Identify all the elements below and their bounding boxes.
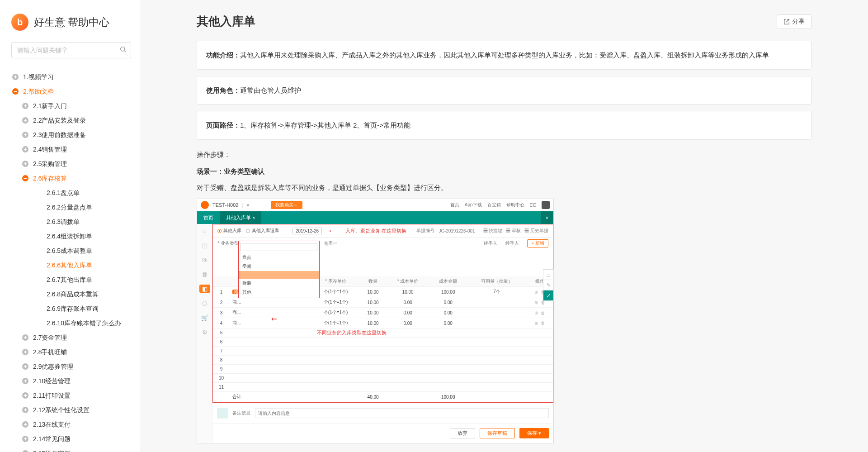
- side-icon[interactable]: 🛍: [201, 256, 209, 264]
- nav-item[interactable]: 2.11打印设置: [11, 388, 131, 403]
- nav-item[interactable]: 2.6.1盘点单: [11, 186, 131, 200]
- svg-point-0: [121, 47, 125, 51]
- dock-icon[interactable]: ✎: [543, 280, 554, 290]
- topbar-link[interactable]: CC: [530, 203, 536, 208]
- toolbar-link[interactable]: ☰ 快捷键: [483, 228, 503, 233]
- nav-item[interactable]: 2.2产品安装及登录: [11, 113, 131, 128]
- draft-button[interactable]: 保存草稿: [480, 428, 515, 438]
- blank-icon: [35, 319, 43, 327]
- nav-item[interactable]: 2.4销售管理: [11, 142, 131, 157]
- plus-icon: [21, 362, 29, 371]
- nav-item[interactable]: 2.6.9库存账本查询: [11, 301, 131, 316]
- nav-item[interactable]: 2.6.10库存账本错了怎么办: [11, 316, 131, 330]
- table-row[interactable]: 10: [213, 374, 553, 383]
- dock-icon[interactable]: ⤢: [543, 290, 554, 301]
- side-icon[interactable]: ⌂: [201, 227, 209, 235]
- buy-button[interactable]: 我要购买～: [271, 201, 302, 209]
- nav-item[interactable]: 2.12系统个性化设置: [11, 403, 131, 417]
- toolbar-link[interactable]: ☰ 审核: [506, 228, 521, 233]
- card-role: 使用角色：通常由仓管人员维护: [197, 76, 811, 105]
- sidebar: b 好生意 帮助中心 1.视频学习2.帮助文档2.1新手入门2.2产品安装及登录…: [0, 0, 140, 452]
- share-button[interactable]: 分享: [777, 14, 811, 29]
- nav-item[interactable]: 2.6.7其他出库单: [11, 272, 131, 287]
- nav-item[interactable]: 2.3使用前数据准备: [11, 128, 131, 142]
- avatar[interactable]: [542, 201, 550, 209]
- nav-item[interactable]: 2.6.6其他入库单: [11, 258, 131, 272]
- toolbar-link[interactable]: ☰ 历史单据: [524, 228, 548, 233]
- date-input[interactable]: 2019-12-26: [292, 228, 322, 234]
- topbar-link[interactable]: App下载: [465, 202, 482, 208]
- plus-icon: [21, 116, 29, 124]
- nav-tree: 1.视频学习2.帮助文档2.1新手入门2.2产品安装及登录2.3使用前数据准备2…: [11, 70, 131, 452]
- dropdown-option[interactable]: 拆装: [239, 279, 319, 288]
- plus-icon: [21, 435, 29, 443]
- nav-item[interactable]: 1.视频学习: [11, 70, 131, 84]
- blank-icon: [35, 203, 43, 211]
- side-icon[interactable]: 🗑: [201, 270, 209, 278]
- nav-item[interactable]: 2.8手机旺铺: [11, 345, 131, 359]
- table-row[interactable]: 2商…个(1个=1个)10.000.000.00⊕🗑: [213, 297, 553, 308]
- biz-type-dropdown[interactable]: 盘点受赠 拆装其他: [238, 241, 320, 298]
- nav-item[interactable]: 2.6.3调拨单: [11, 214, 131, 229]
- plus-icon: [21, 160, 29, 168]
- table-row[interactable]: 3商…个(1个=1个)10.000.000.00⊕🗑: [213, 308, 553, 318]
- dock-icon[interactable]: ☰: [543, 269, 554, 280]
- nav-item[interactable]: 2.9优惠券管理: [11, 359, 131, 374]
- table-row[interactable]: 6: [213, 338, 553, 347]
- dropdown-option[interactable]: 盘点: [239, 253, 319, 262]
- memo-input[interactable]: [255, 408, 549, 418]
- nav-item[interactable]: 2.6.4组装拆卸单: [11, 229, 131, 243]
- nav-item[interactable]: 2.1新手入门: [11, 99, 131, 113]
- save-button[interactable]: 保存 ▾: [519, 428, 549, 438]
- tab-doc[interactable]: 其他入库单 ×: [220, 211, 261, 224]
- nav-item[interactable]: 2.10经营管理: [11, 374, 131, 388]
- add-row-button[interactable]: + 新增: [527, 239, 548, 247]
- nav-item[interactable]: 2.6.2分量盘点单: [11, 200, 131, 214]
- plus-icon: [21, 131, 29, 139]
- dropdown-option[interactable]: 受赠: [239, 262, 319, 271]
- nav-item[interactable]: 2.14常见问题: [11, 432, 131, 446]
- search-icon[interactable]: [119, 46, 127, 55]
- table-row[interactable]: 8: [213, 356, 553, 365]
- plus-icon: [21, 406, 29, 414]
- topbar-link[interactable]: 帮助中心: [506, 202, 524, 208]
- dropdown-option[interactable]: 其他: [239, 288, 319, 297]
- table-row[interactable]: 11: [213, 383, 553, 392]
- nav-item[interactable]: 2.13在线支付: [11, 417, 131, 432]
- plus-icon: [21, 449, 29, 452]
- nav-item[interactable]: 2.6.5成本调整单: [11, 243, 131, 258]
- discard-button[interactable]: 放弃: [450, 428, 475, 438]
- blank-icon: [35, 261, 43, 269]
- search-wrap: [11, 42, 131, 58]
- side-icon[interactable]: ⬡: [201, 299, 209, 307]
- table-row[interactable]: 9: [213, 365, 553, 374]
- card-path: 页面路径：1、库存核算->库存管理->其他入库单 2、首页->常用功能: [197, 111, 811, 140]
- nav-item[interactable]: 2.6库存核算: [11, 171, 131, 186]
- side-icon[interactable]: ⚙: [201, 328, 209, 336]
- page-header: 其他入库单 分享: [197, 14, 811, 29]
- nav-item[interactable]: 2.15操作实例: [11, 446, 131, 452]
- radio-in[interactable]: 其他入库: [217, 228, 241, 234]
- svg-line-1: [124, 51, 126, 52]
- side-icon[interactable]: 🛒: [201, 314, 209, 322]
- tab-close-icon[interactable]: ×: [541, 211, 553, 224]
- table-row[interactable]: 4商…个(1个=1个)10.000.000.00⊕🗑: [213, 318, 553, 328]
- dropdown-option[interactable]: [239, 271, 319, 279]
- search-input[interactable]: [11, 42, 131, 58]
- plus-icon: [21, 333, 29, 342]
- nav-item[interactable]: 2.5采购管理: [11, 157, 131, 171]
- nav-item[interactable]: 2.帮助文档: [11, 84, 131, 99]
- minus-icon: [11, 87, 19, 95]
- blank-icon: [35, 276, 43, 284]
- nav-item[interactable]: 2.6.8商品成本重算: [11, 287, 131, 301]
- table-row[interactable]: 7: [213, 347, 553, 356]
- radio-return[interactable]: 其他入库退库: [246, 228, 279, 234]
- side-icon[interactable]: ◫: [201, 241, 209, 249]
- topbar-link[interactable]: 百宝箱: [487, 202, 501, 208]
- steps-title: 操作步骤：: [197, 151, 811, 159]
- side-icon-active[interactable]: ◧: [199, 285, 210, 293]
- nav-item[interactable]: 2.7资金管理: [11, 330, 131, 345]
- tab-home[interactable]: 首页: [197, 211, 220, 224]
- topbar-link[interactable]: 首页: [450, 202, 459, 208]
- steps: 操作步骤： 场景一：业务类型确认 对于受赠、盘盈或是拆装入库等不同的业务，是通过…: [197, 146, 811, 452]
